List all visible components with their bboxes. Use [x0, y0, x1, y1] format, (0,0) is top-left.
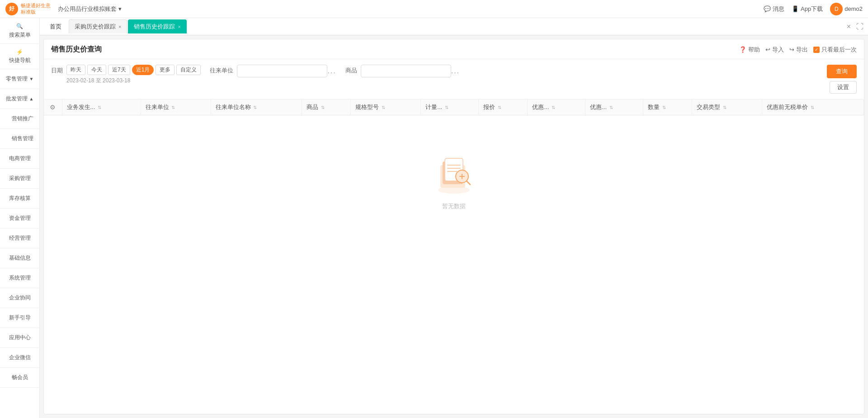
table-col-discount1: 优惠... ⇅: [528, 100, 585, 115]
sidebar-item-purchase[interactable]: 采购管理: [0, 169, 39, 189]
sort-icon[interactable]: ⇅: [609, 105, 613, 110]
sidebar-item-system[interactable]: 系统管理: [0, 268, 39, 288]
date-btn-1month[interactable]: 近1月: [132, 65, 154, 75]
user-menu[interactable]: D demo2: [830, 3, 863, 15]
table-col-unit: 计量... ⇅: [421, 100, 479, 115]
sidebar-item-search[interactable]: 🔍 搜索菜单: [0, 18, 39, 44]
sort-icon[interactable]: ⇅: [498, 105, 501, 110]
sidebar-item-cooperation[interactable]: 企业协同: [0, 288, 39, 308]
product-input[interactable]: [361, 65, 451, 77]
sidebar-item-operations[interactable]: 经营管理: [0, 228, 39, 248]
date-filter-group: 日期 昨天 今天 近7天 近1月 更多 自定义 2023-02-18 至 202…: [51, 65, 201, 85]
table-col-spec: 规格型号 ⇅: [351, 100, 421, 115]
filter-right-actions: 查询 设置: [827, 65, 857, 94]
page-title: 销售历史价查询: [51, 45, 102, 54]
app-download-button[interactable]: 📱 App下载: [792, 5, 823, 13]
message-icon: 💬: [764, 5, 771, 12]
page-content: 销售历史价查询 ❓ 帮助 ↩ 导入 ↪ 导出 ✓: [43, 39, 864, 414]
tab-home[interactable]: 首页: [43, 20, 68, 33]
data-table: ⚙ 业务发生... ⇅ 往来单位 ⇅ 往来单位名称: [44, 100, 864, 115]
avatar: D: [830, 3, 843, 15]
table-col-product: 商品 ⇅: [302, 100, 351, 115]
date-btn-yesterday[interactable]: 昨天: [66, 65, 85, 75]
table-header: ⚙ 业务发生... ⇅ 往来单位 ⇅ 往来单位名称: [44, 100, 864, 115]
partner-dots-button[interactable]: ...: [327, 67, 336, 75]
download-icon: 📱: [792, 5, 799, 12]
content-area: 首页 采购历史价跟踪 × 销售历史价跟踪 × × ⛶ 销售历史价查询: [40, 18, 868, 418]
sidebar-item-app-center[interactable]: 应用中心: [0, 328, 39, 348]
checkbox-icon[interactable]: ✓: [813, 47, 820, 53]
product-filter-group: 商品 ...: [345, 65, 460, 77]
table-col-partner: 往来单位 ⇅: [141, 100, 211, 115]
top-bar: 好 畅捷通好生意 标准版 办公用品行业模拟账套 ▾ 💬 消息 📱 App下载 D…: [0, 0, 868, 18]
sort-icon[interactable]: ⇅: [552, 105, 555, 110]
sidebar-item-ecommerce[interactable]: 电商管理: [0, 149, 39, 169]
sort-icon[interactable]: ⇅: [723, 105, 726, 110]
settings-button[interactable]: 设置: [830, 81, 857, 94]
table-col-price: 报价 ⇅: [479, 100, 528, 115]
sidebar-item-enterprise-wechat[interactable]: 企业微信: [0, 348, 39, 368]
workspace-selector[interactable]: 办公用品行业模拟账套 ▾: [54, 3, 125, 15]
sidebar-item-inventory[interactable]: 库存核算: [0, 189, 39, 209]
top-bar-right: 💬 消息 📱 App下载 D demo2: [764, 3, 863, 15]
table-col-qty: 数量 ⇅: [643, 100, 692, 115]
logo-text: 畅捷通好生意 标准版: [21, 3, 51, 14]
filter-area: 日期 昨天 今天 近7天 近1月 更多 自定义 2023-02-18 至 202…: [44, 59, 864, 100]
message-button[interactable]: 💬 消息: [764, 5, 784, 13]
sort-icon[interactable]: ⇅: [445, 105, 448, 110]
close-tab-purchase-icon[interactable]: ×: [118, 24, 121, 29]
table-col-date: 业务发生... ⇅: [62, 100, 141, 115]
nav-icon: ⚡: [16, 48, 23, 56]
table-col-settings: ⚙: [44, 100, 62, 115]
date-range-text: 2023-02-18 至 2023-03-18: [66, 77, 201, 85]
search-icon: 🔍: [16, 23, 23, 30]
main-layout: 🔍 搜索菜单 ⚡ 快捷导航 零售管理 ▼ 批发管理 ▲ 营销推广 销售管理 电商…: [0, 18, 868, 418]
sidebar-item-member[interactable]: 畅会员: [0, 368, 39, 388]
date-btn-more[interactable]: 更多: [156, 65, 175, 75]
table-area: ⚙ 业务发生... ⇅ 往来单位 ⇅ 往来单位名称: [44, 100, 864, 247]
sidebar-item-quick-nav[interactable]: ⚡ 快捷导航: [0, 44, 39, 70]
help-button[interactable]: ❓ 帮助: [739, 46, 760, 54]
sidebar-item-newbie[interactable]: 新手引导: [0, 308, 39, 328]
help-icon: ❓: [739, 46, 746, 53]
partner-input-wrapper: ...: [237, 65, 336, 77]
sidebar-item-retail[interactable]: 零售管理 ▼: [0, 69, 39, 89]
sidebar-item-marketing[interactable]: 营销推广: [0, 109, 39, 129]
query-button[interactable]: 查询: [827, 65, 857, 78]
close-window-button[interactable]: ×: [846, 22, 852, 32]
import-icon: ↩: [765, 46, 770, 53]
sort-icon[interactable]: ⇅: [811, 105, 814, 110]
sort-icon[interactable]: ⇅: [171, 105, 175, 110]
sort-icon[interactable]: ⇅: [98, 105, 101, 110]
empty-text: 暂无数据: [442, 202, 466, 210]
only-last-checkbox[interactable]: ✓ 只看最后一次: [813, 46, 857, 54]
page-actions: ❓ 帮助 ↩ 导入 ↪ 导出 ✓ 只看最后一次: [739, 46, 857, 54]
sidebar-item-sales-mgmt[interactable]: 销售管理: [0, 129, 39, 149]
date-btn-today[interactable]: 今天: [87, 65, 106, 75]
sort-icon[interactable]: ⇅: [253, 105, 257, 110]
chevron-down-icon: ▾: [118, 5, 122, 12]
sort-icon[interactable]: ⇅: [382, 105, 385, 110]
export-button[interactable]: ↪ 导出: [789, 46, 808, 54]
sidebar-item-wholesale[interactable]: 批发管理 ▲: [0, 89, 39, 109]
page-header: 销售历史价查询 ❓ 帮助 ↩ 导入 ↪ 导出 ✓: [44, 39, 864, 59]
chevron-down-icon: ▼: [29, 76, 34, 82]
empty-state: 暂无数据: [44, 115, 864, 247]
close-tab-sales-icon[interactable]: ×: [178, 24, 180, 29]
tab-purchase-history[interactable]: 采购历史价跟踪 ×: [69, 19, 127, 33]
maximize-window-button[interactable]: ⛶: [855, 22, 864, 32]
sidebar-item-finance[interactable]: 资金管理: [0, 209, 39, 228]
import-button[interactable]: ↩ 导入: [765, 46, 784, 54]
product-dots-button[interactable]: ...: [451, 67, 460, 75]
top-bar-left: 好 畅捷通好生意 标准版 办公用品行业模拟账套 ▾: [5, 3, 125, 15]
sidebar-item-basic-info[interactable]: 基础信息: [0, 248, 39, 268]
table-col-discount2: 优惠... ⇅: [585, 100, 643, 115]
sort-icon[interactable]: ⇅: [662, 105, 666, 110]
tab-sales-history[interactable]: 销售历史价跟踪 ×: [128, 19, 186, 33]
date-btn-7days[interactable]: 近7天: [108, 65, 130, 75]
gear-icon[interactable]: ⚙: [50, 104, 56, 111]
sort-icon[interactable]: ⇅: [321, 105, 325, 110]
svg-line-10: [467, 181, 470, 185]
partner-input[interactable]: [237, 65, 327, 77]
date-btn-custom[interactable]: 自定义: [176, 65, 201, 75]
